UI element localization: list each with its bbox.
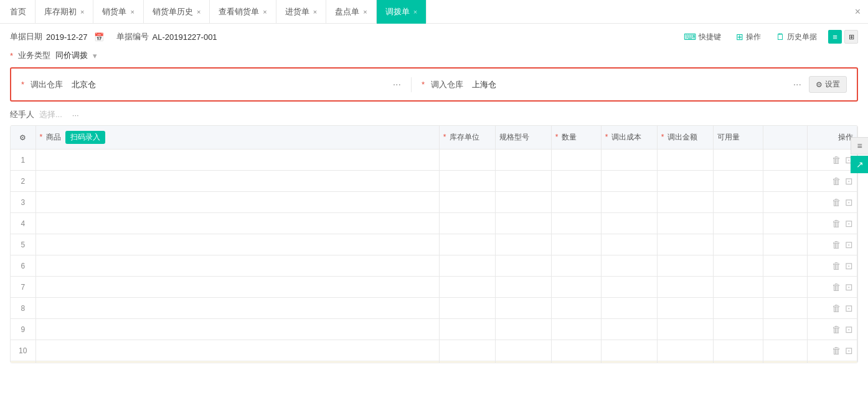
row-op-1: 🗑 ⊡ bbox=[808, 150, 857, 171]
float-list-btn[interactable]: ≡ bbox=[851, 137, 868, 155]
scan-btn[interactable]: 扫码录入 bbox=[65, 131, 105, 144]
out-warehouse-more[interactable]: ··· bbox=[393, 79, 401, 90]
list-view-btn[interactable]: ≡ bbox=[828, 30, 842, 44]
row-num-5: 5 bbox=[11, 234, 35, 255]
tab-bar: 首页 库存期初 × 销货单 × 销货单历史 × 查看销货单 × 进货单 × 盘点… bbox=[0, 0, 868, 24]
business-type-label: 业务类型 bbox=[18, 50, 50, 61]
tab-sales-history[interactable]: 销货单历史 × bbox=[144, 0, 210, 24]
table-body: 1 🗑 ⊡ 2 bbox=[11, 150, 857, 363]
row-spec-1[interactable] bbox=[495, 150, 551, 171]
business-type-select[interactable]: 同价调拨 ▾ bbox=[55, 50, 155, 61]
row-num-3: 3 bbox=[11, 192, 35, 213]
tab-home[interactable]: 首页 bbox=[0, 0, 35, 24]
tab-close-purchase-order[interactable]: × bbox=[313, 8, 317, 16]
table-row: 7 🗑⊡ bbox=[11, 277, 857, 298]
tab-inventory-check[interactable]: 盘点单 × bbox=[326, 0, 376, 24]
copy-icon-8[interactable]: ⊡ bbox=[845, 303, 853, 314]
row-product-1[interactable] bbox=[35, 150, 439, 171]
float-export-btn[interactable]: ↗ bbox=[851, 156, 868, 173]
in-warehouse-label: 调入仓库 bbox=[431, 79, 463, 90]
copy-icon-9[interactable]: ⊡ bbox=[845, 324, 853, 335]
col-qty: * 数量 bbox=[551, 126, 601, 150]
main-table: ⚙ * 商品 扫码录入 * 库存单位 规格型号 * 数 bbox=[11, 126, 857, 363]
tab-purchase-order[interactable]: 进货单 × bbox=[276, 0, 326, 24]
handler-more[interactable]: ··· bbox=[72, 110, 79, 120]
in-warehouse-more[interactable]: ··· bbox=[793, 79, 801, 90]
shortcuts-btn[interactable]: ⌨ 快捷键 bbox=[680, 31, 725, 44]
in-required-star: * bbox=[422, 80, 425, 89]
doc-no-label: 单据编号 bbox=[116, 31, 149, 42]
row-num-4: 4 bbox=[11, 213, 35, 234]
row-qty-1[interactable] bbox=[551, 150, 601, 171]
operations-btn[interactable]: ⊞ 操作 bbox=[732, 31, 765, 44]
subtotal-label-cell bbox=[35, 361, 439, 363]
delete-icon-7[interactable]: 🗑 bbox=[832, 282, 841, 292]
row-num-9: 9 bbox=[11, 319, 35, 340]
copy-icon-10[interactable]: ⊡ bbox=[845, 345, 853, 356]
doc-no-value: AL-20191227-001 bbox=[153, 32, 217, 42]
tab-close-inventory-check[interactable]: × bbox=[363, 8, 367, 16]
tab-view-sales[interactable]: 查看销货单 × bbox=[210, 0, 276, 24]
warehouse-in-field: * 调入仓库 上海仓 ··· bbox=[422, 79, 801, 90]
handler-input[interactable]: 选择... bbox=[39, 109, 62, 120]
table-row: 5 🗑⊡ bbox=[11, 234, 857, 255]
col-gear[interactable]: ⚙ bbox=[11, 126, 35, 150]
warehouse-gear-icon: ⚙ bbox=[816, 80, 823, 89]
copy-icon-2[interactable]: ⊡ bbox=[845, 176, 853, 187]
tab-sales-order[interactable]: 销货单 × bbox=[93, 0, 143, 24]
table-row: 1 🗑 ⊡ bbox=[11, 150, 857, 171]
history-icon: 🗒 bbox=[776, 32, 785, 42]
copy-icon-3[interactable]: ⊡ bbox=[845, 197, 853, 208]
out-warehouse-value: 北京仓 bbox=[72, 79, 96, 90]
copy-icon-7[interactable]: ⊡ bbox=[845, 282, 853, 293]
tab-close-inventory-init[interactable]: × bbox=[80, 8, 84, 16]
delete-icon-2[interactable]: 🗑 bbox=[832, 176, 841, 186]
operations-icon: ⊞ bbox=[736, 32, 743, 42]
out-required-star: * bbox=[21, 80, 24, 89]
col-cost: * 调出成本 bbox=[601, 126, 657, 150]
warehouse-settings-btn[interactable]: ⚙ 设置 bbox=[809, 76, 847, 93]
table-row: 2 🗑⊡ bbox=[11, 171, 857, 192]
copy-icon-4[interactable]: ⊡ bbox=[845, 218, 853, 229]
table-row: 4 🗑⊡ bbox=[11, 213, 857, 234]
row-unit-1[interactable] bbox=[439, 150, 495, 171]
close-all-tabs[interactable]: × bbox=[847, 0, 868, 24]
shortcuts-icon: ⌨ bbox=[684, 32, 696, 42]
subtotal-row: 11 0.00 0.00 0.00 🗑⊡ bbox=[11, 361, 857, 363]
col-op: 操作 bbox=[808, 126, 857, 150]
handler-label: 经手人 bbox=[10, 109, 34, 120]
row-num-2: 2 bbox=[11, 171, 35, 192]
table-row: 10 🗑⊡ bbox=[11, 340, 857, 361]
copy-icon-6[interactable]: ⊡ bbox=[845, 260, 853, 272]
delete-icon-8[interactable]: 🗑 bbox=[832, 303, 841, 313]
row-num-6: 6 bbox=[11, 255, 35, 277]
calendar-icon[interactable]: 📅 bbox=[94, 32, 104, 42]
delete-icon-1[interactable]: 🗑 bbox=[832, 155, 841, 165]
tab-close-transfer-order[interactable]: × bbox=[413, 8, 417, 16]
row-cost-1[interactable] bbox=[601, 150, 657, 171]
tab-close-sales-history[interactable]: × bbox=[197, 8, 200, 16]
tab-close-sales-order[interactable]: × bbox=[130, 8, 134, 16]
delete-icon-10[interactable]: 🗑 bbox=[832, 345, 841, 356]
delete-icon-9[interactable]: 🗑 bbox=[832, 324, 841, 335]
grid-view-btn[interactable]: ⊞ bbox=[844, 30, 858, 44]
row-spacer-1 bbox=[763, 150, 807, 171]
tab-inventory-init[interactable]: 库存期初 × bbox=[35, 0, 93, 24]
row-avail-1[interactable] bbox=[713, 150, 763, 171]
row-num-8: 8 bbox=[11, 298, 35, 319]
delete-icon-3[interactable]: 🗑 bbox=[832, 197, 841, 207]
delete-icon-6[interactable]: 🗑 bbox=[832, 260, 841, 271]
delete-icon-4[interactable]: 🗑 bbox=[832, 218, 841, 229]
table-scroll[interactable]: ⚙ * 商品 扫码录入 * 库存单位 规格型号 * 数 bbox=[11, 126, 857, 363]
delete-icon-5[interactable]: 🗑 bbox=[832, 239, 841, 250]
row-num-11: 11 bbox=[11, 361, 35, 363]
subtotal-qty-cell: 0.00 bbox=[551, 361, 601, 363]
col-spacer bbox=[763, 126, 807, 150]
tab-transfer-order[interactable]: 调拨单 × bbox=[377, 0, 427, 24]
row-amount-1[interactable] bbox=[657, 150, 713, 171]
view-toggle: ≡ ⊞ bbox=[828, 30, 858, 44]
copy-icon-5[interactable]: ⊡ bbox=[845, 239, 853, 250]
tab-close-view-sales[interactable]: × bbox=[263, 8, 267, 16]
col-spec: 规格型号 bbox=[495, 126, 551, 150]
history-btn[interactable]: 🗒 历史单据 bbox=[772, 31, 821, 44]
